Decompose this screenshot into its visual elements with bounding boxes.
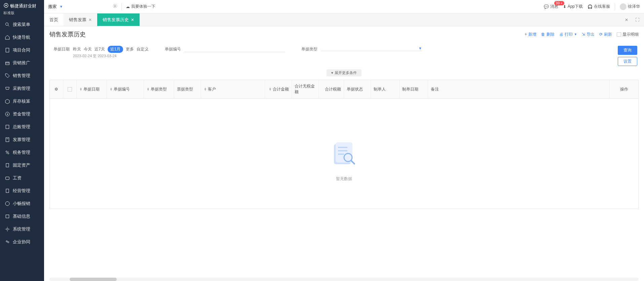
col-code[interactable]: ▲▼单据编号: [107, 80, 144, 98]
experience-link[interactable]: ☁ 我要体验一下: [126, 4, 155, 9]
percent-icon: [5, 150, 10, 155]
empty-state: 暂无数据: [50, 99, 638, 209]
col-tax[interactable]: 合计税额: [319, 80, 344, 98]
col-checkbox[interactable]: [63, 80, 77, 98]
sort-icon: ▲▼: [79, 87, 82, 91]
svg-point-23: [114, 5, 116, 7]
chevron-down-icon: ▾: [331, 71, 333, 75]
nav-system[interactable]: 系统管理: [0, 223, 44, 236]
user-menu[interactable]: 徐泽华: [620, 3, 640, 10]
settings-button[interactable]: 设置: [618, 57, 637, 66]
nav-quick[interactable]: 快捷导航: [0, 31, 44, 44]
nav-ledger[interactable]: 总账管理: [0, 120, 44, 133]
col-total[interactable]: ▲▼合计金额: [265, 80, 292, 98]
date-opt-1m[interactable]: 近1月: [108, 46, 123, 53]
col-settings[interactable]: ⚙: [50, 80, 63, 98]
download-link[interactable]: ⬇ App下载: [563, 4, 583, 9]
nav-sales[interactable]: 销售管理: [0, 69, 44, 82]
print-button[interactable]: 🖨打印▼: [559, 32, 577, 37]
date-opt-7d[interactable]: 近7天: [94, 46, 105, 52]
gear-icon: [5, 226, 10, 232]
date-opt-today[interactable]: 今天: [84, 46, 92, 52]
code-input[interactable]: [184, 46, 285, 52]
col-maker[interactable]: 制单人: [371, 80, 400, 98]
svg-line-30: [351, 161, 355, 164]
delete-button[interactable]: 🗑删除: [541, 32, 555, 37]
nav-baseinfo[interactable]: 基础信息: [0, 210, 44, 223]
nav-inventory[interactable]: 库存核算: [0, 95, 44, 108]
col-remark[interactable]: 备注: [428, 80, 610, 98]
headset-icon: 🎧: [588, 4, 593, 9]
show-detail-toggle[interactable]: 显示明细: [617, 32, 639, 37]
sort-icon: ▲▼: [147, 87, 150, 91]
col-type[interactable]: ▲▼单据类型: [144, 80, 174, 98]
expand-filters-button[interactable]: ▾ 展开更多条件: [327, 69, 362, 76]
nav-funds[interactable]: ¥资金管理: [0, 108, 44, 120]
tag-icon: [5, 73, 10, 78]
col-date[interactable]: ▲▼单据日期: [77, 80, 107, 98]
divider: [121, 3, 122, 10]
close-icon[interactable]: ✕: [131, 17, 134, 22]
nav-collab[interactable]: 企业协同: [0, 236, 44, 248]
tabs: 首页 销售发票 ✕ 销售发票历史 ✕ ✕ ⛶: [44, 13, 644, 26]
nav-purchase[interactable]: 采购管理: [0, 82, 44, 95]
date-opt-more[interactable]: 更多: [126, 46, 134, 52]
tab-sales-invoice-history[interactable]: 销售发票历史 ✕: [97, 13, 140, 26]
fullscreen-icon[interactable]: ⛶: [633, 16, 641, 24]
plus-icon: +: [525, 32, 527, 37]
message-link[interactable]: 💬 消息 99 +: [544, 4, 558, 9]
chevron-down-icon: ▼: [418, 46, 422, 50]
col-customer[interactable]: ▲▼客户: [201, 80, 265, 98]
date-opt-yesterday[interactable]: 昨天: [73, 46, 81, 52]
query-button[interactable]: 查询: [618, 46, 637, 55]
nav-tax[interactable]: 税务管理: [0, 146, 44, 159]
add-button[interactable]: +新增: [525, 32, 536, 37]
svg-rect-15: [6, 164, 9, 167]
gear-icon: ⚙: [54, 87, 58, 92]
brand-edition: 标准版: [0, 10, 44, 18]
svg-rect-19: [6, 215, 9, 218]
tab-sales-invoice[interactable]: 销售发票 ✕: [64, 13, 97, 26]
nav-search[interactable]: 搜索菜单: [0, 18, 44, 31]
download-icon: ⬇: [563, 4, 566, 9]
box-icon: [5, 99, 10, 104]
nav-expense[interactable]: 小畅报销: [0, 197, 44, 210]
close-icon[interactable]: ✕: [88, 17, 92, 22]
avatar-icon: [620, 3, 627, 10]
date-opt-custom[interactable]: 自定义: [137, 46, 149, 52]
type-select[interactable]: ▼: [321, 46, 422, 51]
org-settings-icon[interactable]: [113, 4, 117, 9]
svg-text:¥: ¥: [7, 113, 8, 115]
sort-icon: ▲▼: [204, 87, 207, 91]
filter-code: 单据编号: [162, 46, 285, 52]
close-all-icon[interactable]: ✕: [622, 16, 631, 24]
wallet-icon: [5, 175, 10, 181]
receipt-icon: [5, 137, 10, 142]
filter-type: 单据类型 ▼: [299, 46, 422, 52]
svg-rect-4: [6, 48, 9, 52]
brand-logo: 畅捷通好业财: [0, 0, 44, 10]
page-header: 销售发票历史 +新增 🗑删除 🖨打印▼ ⇲导出 ⟳刷新 显示明细: [44, 26, 644, 42]
svg-point-1: [5, 5, 7, 6]
col-notax[interactable]: 合计无税金额: [292, 80, 319, 98]
support-link[interactable]: 🎧 在线客服: [588, 4, 610, 9]
main: 搬家 ▼ ☁ 我要体验一下 💬 消息 99 + ⬇ App下载: [44, 0, 644, 281]
col-status[interactable]: 单据状态: [344, 80, 371, 98]
tab-home[interactable]: 首页: [44, 13, 64, 26]
toolbar: +新增 🗑删除 🖨打印▼ ⇲导出 ⟳刷新 显示明细: [525, 32, 639, 37]
export-button[interactable]: ⇲导出: [582, 32, 595, 37]
nav-operation[interactable]: 经营管理: [0, 184, 44, 197]
horizontal-scrollbar[interactable]: [49, 278, 639, 281]
nav-salary[interactable]: 工资: [0, 172, 44, 184]
refresh-button[interactable]: ⟳刷新: [599, 32, 612, 37]
nav-marketing[interactable]: 营销推广: [0, 57, 44, 69]
col-make-date[interactable]: 制单日期: [400, 80, 428, 98]
nav-invoice[interactable]: 发票管理: [0, 133, 44, 146]
col-operation[interactable]: 操作: [610, 80, 638, 98]
col-bill-type[interactable]: 票据类型: [174, 80, 201, 98]
clipboard-icon: [5, 188, 10, 194]
nav-assets[interactable]: 固定资产: [0, 159, 44, 172]
svg-point-20: [6, 228, 8, 230]
nav-project[interactable]: 项目合同: [0, 44, 44, 57]
org-selector[interactable]: 搬家 ▼: [48, 4, 109, 10]
